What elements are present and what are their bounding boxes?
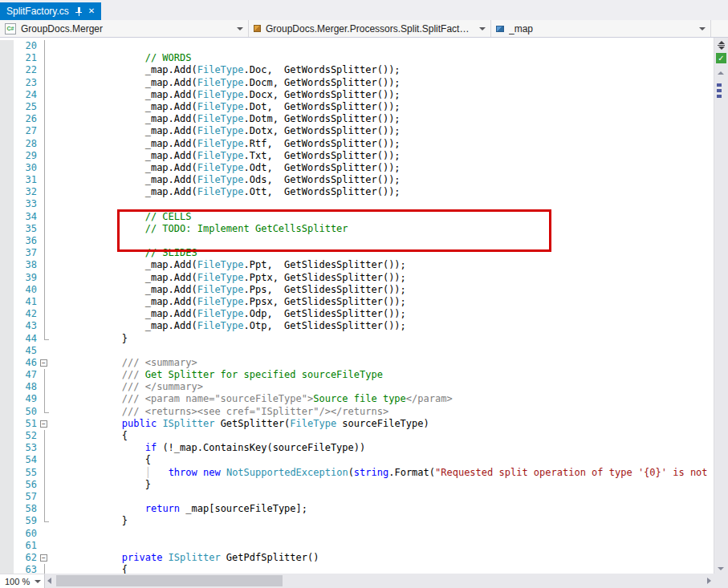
breakpoint-margin[interactable] bbox=[0, 393, 14, 405]
breakpoint-margin[interactable] bbox=[0, 406, 14, 418]
code-line[interactable]: 22 _map.Add(FileType.Doc, GetWordsSplitt… bbox=[0, 64, 714, 76]
code-line[interactable]: 48 /// </summary> bbox=[0, 381, 714, 393]
breakpoint-margin[interactable] bbox=[0, 101, 14, 113]
code-line[interactable]: 43 _map.Add(FileType.Otp, GetSlidesSplit… bbox=[0, 320, 714, 332]
outlining-margin[interactable]: − bbox=[37, 357, 53, 369]
member-dropdown[interactable]: _map bbox=[491, 20, 711, 37]
code-line[interactable]: 62− private ISplitter GetPdfSplitter() bbox=[0, 552, 714, 564]
breakpoint-margin[interactable] bbox=[0, 52, 14, 64]
code-line[interactable]: 47 /// Get Splitter for specified source… bbox=[0, 369, 714, 381]
breakpoint-margin[interactable] bbox=[0, 345, 14, 357]
breakpoint-margin[interactable] bbox=[0, 296, 14, 308]
code-line[interactable]: 46− /// <summary> bbox=[0, 357, 714, 369]
breakpoint-margin[interactable] bbox=[0, 418, 14, 430]
code-line[interactable]: 57 bbox=[0, 491, 714, 503]
code-line[interactable]: 40 _map.Add(FileType.Pps, GetSlidesSplit… bbox=[0, 284, 714, 296]
code-line[interactable]: 42 _map.Add(FileType.Odp, GetSlidesSplit… bbox=[0, 308, 714, 320]
code-line[interactable]: 44 } bbox=[0, 333, 714, 345]
code-line[interactable]: 23 _map.Add(FileType.Docm, GetWordsSplit… bbox=[0, 77, 714, 89]
breakpoint-margin[interactable] bbox=[0, 430, 14, 442]
breakpoint-margin[interactable] bbox=[0, 528, 14, 540]
pin-icon[interactable] bbox=[75, 7, 83, 16]
collapse-box-icon[interactable]: − bbox=[40, 420, 47, 428]
breakpoint-margin[interactable] bbox=[0, 454, 14, 466]
breakpoint-margin[interactable] bbox=[0, 174, 14, 186]
code-line[interactable]: 60 bbox=[0, 528, 714, 540]
code-line[interactable]: 31 _map.Add(FileType.Ods, GetWordsSplitt… bbox=[0, 174, 714, 186]
code-line[interactable]: 27 _map.Add(FileType.Dotx, GetWordsSplit… bbox=[0, 125, 714, 137]
breakpoint-margin[interactable] bbox=[0, 308, 14, 320]
code-line[interactable]: 39 _map.Add(FileType.Pptx, GetSlidesSpli… bbox=[0, 272, 714, 284]
code-line[interactable]: 54 { bbox=[0, 454, 714, 466]
scroll-down-arrow-icon[interactable] bbox=[718, 567, 724, 570]
horizontal-scrollbar[interactable] bbox=[45, 574, 714, 588]
code-line[interactable]: 34 // CELLS bbox=[0, 211, 714, 223]
outlining-margin[interactable]: − bbox=[37, 418, 53, 430]
close-icon[interactable]: ✕ bbox=[88, 7, 95, 15]
breakpoint-margin[interactable] bbox=[0, 503, 14, 515]
code-line[interactable]: 37 // SLIDES bbox=[0, 247, 714, 259]
code-line[interactable]: 52 { bbox=[0, 430, 714, 442]
code-line[interactable]: 50 /// <returns><see cref="ISplitter"/><… bbox=[0, 406, 714, 418]
breakpoint-margin[interactable] bbox=[0, 479, 14, 491]
breakpoint-margin[interactable] bbox=[0, 381, 14, 393]
breakpoint-margin[interactable] bbox=[0, 259, 14, 271]
breakpoint-margin[interactable] bbox=[0, 211, 14, 223]
code-line[interactable]: 49 /// <param name="sourceFileType">Sour… bbox=[0, 393, 714, 405]
code-line[interactable]: 59 } bbox=[0, 515, 714, 527]
code-line[interactable]: 38 _map.Add(FileType.Ppt, GetSlidesSplit… bbox=[0, 259, 714, 271]
breakpoint-margin[interactable] bbox=[0, 333, 14, 345]
code-line[interactable]: 36 bbox=[0, 235, 714, 247]
breakpoint-margin[interactable] bbox=[0, 272, 14, 284]
code-line[interactable]: 55 │ throw new NotSupportedException(str… bbox=[0, 467, 714, 479]
vertical-scrollbar[interactable]: ✓ bbox=[714, 38, 728, 574]
split-window-handle-icon[interactable] bbox=[714, 39, 728, 51]
code-line[interactable]: 21 // WORDS bbox=[0, 52, 714, 64]
breakpoint-margin[interactable] bbox=[0, 235, 14, 247]
code-editor[interactable]: 2021 // WORDS22 _map.Add(FileType.Doc, G… bbox=[0, 38, 714, 574]
code-line[interactable]: 20 bbox=[0, 40, 714, 52]
tab-splitfactory[interactable]: SplitFactory.cs ✕ bbox=[0, 2, 101, 20]
breakpoint-margin[interactable] bbox=[0, 284, 14, 296]
scroll-right-arrow-icon[interactable] bbox=[707, 578, 711, 584]
code-line[interactable]: 35 // TODO: Implement GetCellsSplitter bbox=[0, 223, 714, 235]
horizontal-scrollbar-thumb[interactable] bbox=[56, 575, 283, 586]
breakpoint-margin[interactable] bbox=[0, 442, 14, 454]
breakpoint-margin[interactable] bbox=[0, 150, 14, 162]
code-line[interactable]: 58 return _map[sourceFileType]; bbox=[0, 503, 714, 515]
breakpoint-margin[interactable] bbox=[0, 564, 14, 574]
scroll-left-arrow-icon[interactable] bbox=[47, 578, 51, 584]
code-line[interactable]: 41 _map.Add(FileType.Ppsx, GetSlidesSpli… bbox=[0, 296, 714, 308]
breakpoint-margin[interactable] bbox=[0, 552, 14, 564]
code-line[interactable]: 33 bbox=[0, 198, 714, 210]
collapse-box-icon[interactable]: − bbox=[40, 359, 47, 367]
collapse-box-icon[interactable]: − bbox=[40, 554, 47, 562]
project-dropdown[interactable]: C# GroupDocs.Merger bbox=[0, 20, 249, 37]
breakpoint-margin[interactable] bbox=[0, 369, 14, 381]
code-line[interactable]: 61 bbox=[0, 540, 714, 552]
breakpoint-margin[interactable] bbox=[0, 491, 14, 503]
code-line[interactable]: 25 _map.Add(FileType.Dot, GetWordsSplitt… bbox=[0, 101, 714, 113]
code-line[interactable]: 56 } bbox=[0, 479, 714, 491]
code-line[interactable]: 63 { bbox=[0, 564, 714, 574]
scroll-up-arrow-icon[interactable] bbox=[718, 71, 724, 75]
breakpoint-margin[interactable] bbox=[0, 138, 14, 150]
breakpoint-margin[interactable] bbox=[0, 540, 14, 552]
code-line[interactable]: 29 _map.Add(FileType.Txt, GetWordsSplitt… bbox=[0, 150, 714, 162]
code-line[interactable]: 26 _map.Add(FileType.Dotm, GetWordsSplit… bbox=[0, 113, 714, 125]
code-line[interactable]: 53 if (!_map.ContainsKey(sourceFileType)… bbox=[0, 442, 714, 454]
zoom-dropdown[interactable]: 100 % bbox=[0, 574, 45, 588]
breakpoint-margin[interactable] bbox=[0, 320, 14, 332]
type-dropdown[interactable]: GroupDocs.Merger.Processors.Split.SplitF… bbox=[249, 20, 491, 37]
code-line[interactable]: 32 _map.Add(FileType.Ott, GetWordsSplitt… bbox=[0, 186, 714, 198]
breakpoint-margin[interactable] bbox=[0, 162, 14, 174]
code-line[interactable]: 45 bbox=[0, 345, 714, 357]
code-line[interactable]: 51− public ISplitter GetSplitter(FileTyp… bbox=[0, 418, 714, 430]
breakpoint-margin[interactable] bbox=[0, 515, 14, 527]
breakpoint-margin[interactable] bbox=[0, 113, 14, 125]
code-line[interactable]: 24 _map.Add(FileType.Docx, GetWordsSplit… bbox=[0, 89, 714, 101]
breakpoint-margin[interactable] bbox=[0, 467, 14, 479]
code-line[interactable]: 30 _map.Add(FileType.Odt, GetWordsSplitt… bbox=[0, 162, 714, 174]
code-line[interactable]: 28 _map.Add(FileType.Rtf, GetWordsSplitt… bbox=[0, 138, 714, 150]
breakpoint-margin[interactable] bbox=[0, 77, 14, 89]
